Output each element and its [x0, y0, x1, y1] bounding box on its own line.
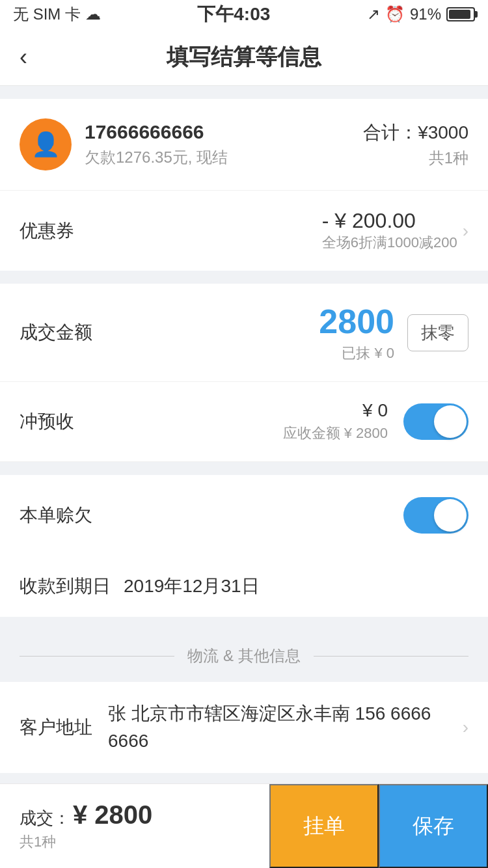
deal-amount-right: 2800 已抹 ¥ 0 抹零 — [319, 302, 468, 363]
deal-amount-section: 成交金额 2800 已抹 ¥ 0 抹零 冲预收 ¥ 0 应收金额 ¥ 2800 — [0, 284, 488, 462]
divider-line-left — [20, 656, 174, 657]
user-debt: 欠款1276.35元, 现结 — [85, 147, 228, 168]
deal-amount-note: 已抹 ¥ 0 — [319, 344, 394, 363]
pre-receive-amount: ¥ 0 — [283, 400, 388, 421]
battery-label: 91% — [410, 5, 441, 23]
bottom-bar: 成交： ¥ 2800 共1种 挂单 保存 — [0, 783, 488, 868]
coupon-row[interactable]: 优惠券 - ¥ 200.00 全场6折满1000减200 › — [0, 190, 488, 271]
section-divider-3 — [0, 617, 488, 630]
user-phone: 17666666666 — [85, 121, 228, 143]
status-time: 下午4:03 — [197, 2, 270, 27]
address-chevron-icon: › — [463, 717, 468, 738]
user-count: 共1种 — [363, 148, 468, 169]
deal-amount-value: 2800 — [319, 302, 394, 341]
save-button[interactable]: 保存 — [379, 784, 488, 868]
coupon-right: - ¥ 200.00 全场6折满1000减200 › — [322, 209, 468, 252]
pre-receive-note: 应收金额 ¥ 2800 — [283, 424, 388, 443]
chevron-right-icon: › — [463, 221, 468, 241]
debit-label: 本单赊欠 — [20, 503, 92, 528]
user-info-text: 17666666666 欠款1276.35元, 现结 — [85, 121, 228, 168]
round-zero-button[interactable]: 抹零 — [407, 314, 468, 351]
avatar: 👤 — [20, 118, 72, 170]
amount-block: 2800 已抹 ¥ 0 — [319, 302, 394, 363]
address-row[interactable]: 客户地址 张 北京市市辖区海淀区永丰南 156 6666 6666 › — [0, 682, 488, 773]
debit-row: 本单赊欠 — [0, 475, 488, 556]
debit-section: 本单赊欠 收款到期日 2019年12月31日 — [0, 475, 488, 617]
pre-receive-right: ¥ 0 应收金额 ¥ 2800 — [283, 400, 468, 443]
bottom-info: 成交： ¥ 2800 共1种 — [0, 800, 269, 852]
bottom-count: 共1种 — [20, 832, 250, 852]
logistics-label: 物流 & 其他信息 — [187, 645, 300, 666]
section-divider-1 — [0, 271, 488, 284]
coupon-discount: - ¥ 200.00 — [322, 209, 457, 233]
status-right: ↗ ⏰ 91% — [367, 5, 475, 23]
battery-icon — [446, 7, 475, 21]
address-label: 客户地址 — [20, 715, 98, 740]
deal-amount-row: 成交金额 2800 已抹 ¥ 0 抹零 — [0, 284, 488, 382]
debit-toggle[interactable] — [403, 497, 468, 534]
alarm-icon: ⏰ — [385, 5, 405, 23]
user-info-row: 👤 17666666666 欠款1276.35元, 现结 合计：¥3000 共1… — [0, 99, 488, 190]
pre-receive-amount-block: ¥ 0 应收金额 ¥ 2800 — [283, 400, 388, 443]
back-button[interactable]: ‹ — [20, 44, 27, 71]
toggle-knob — [434, 405, 467, 438]
pre-receive-label: 冲预收 — [20, 409, 74, 434]
coupon-desc: 全场6折满1000减200 — [322, 233, 457, 252]
due-date-label: 收款到期日 — [20, 574, 111, 599]
bottom-deal-amount: ¥ 2800 — [73, 800, 152, 830]
debit-toggle-knob — [434, 499, 467, 532]
page-title: 填写结算等信息 — [167, 42, 321, 72]
deal-amount-label: 成交金额 — [20, 320, 98, 345]
user-total: 合计：¥3000 — [363, 120, 468, 145]
due-date-value: 2019年12月31日 — [124, 574, 260, 599]
bottom-deal-label: 成交： — [20, 807, 70, 830]
sim-label: 无 SIM 卡 ☁ — [13, 4, 101, 25]
status-left: 无 SIM 卡 ☁ — [13, 4, 101, 25]
avatar-icon: 👤 — [31, 131, 61, 158]
date-row: 收款到期日 2019年12月31日 — [0, 556, 488, 617]
user-left: 👤 17666666666 欠款1276.35元, 现结 — [20, 118, 228, 170]
coupon-info: - ¥ 200.00 全场6折满1000减200 — [322, 209, 457, 252]
pre-receive-toggle[interactable] — [403, 403, 468, 440]
nav-bar: ‹ 填写结算等信息 — [0, 29, 488, 86]
section-divider-2 — [0, 462, 488, 475]
pending-button[interactable]: 挂单 — [269, 784, 379, 868]
bottom-deal-row: 成交： ¥ 2800 — [20, 800, 250, 830]
location-icon: ↗ — [367, 5, 380, 23]
status-bar: 无 SIM 卡 ☁ 下午4:03 ↗ ⏰ 91% — [0, 0, 488, 29]
user-right: 合计：¥3000 共1种 — [363, 120, 468, 169]
divider-line-right — [314, 656, 468, 657]
coupon-label: 优惠券 — [20, 219, 74, 243]
logistics-divider: 物流 & 其他信息 — [0, 630, 488, 682]
user-info-card: 👤 17666666666 欠款1276.35元, 现结 合计：¥3000 共1… — [0, 99, 488, 271]
address-value: 张 北京市市辖区海淀区永丰南 156 6666 6666 — [98, 700, 463, 755]
pre-receive-row: 冲预收 ¥ 0 应收金额 ¥ 2800 — [0, 382, 488, 462]
